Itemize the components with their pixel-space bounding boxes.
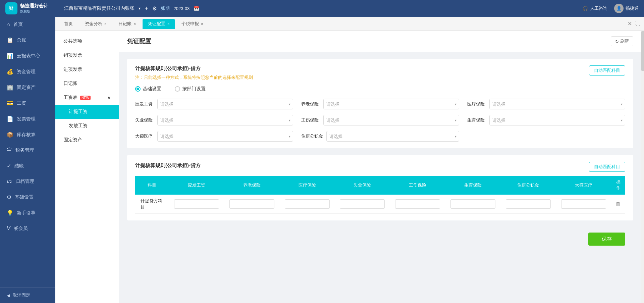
main-panel: 凭证配置 ↻ 刷新 计提核算规则(公司承担)-借方 注：只能选择一种方式，系统将… [119,31,641,303]
select-daeyiliao-wrapper: 请选择 ▾ [157,131,293,142]
avatar: 👤 [614,4,624,13]
sidebar-item-funds[interactable]: 💰 资金管理 [0,64,55,80]
home-icon: ⌂ [7,21,10,28]
sidebar-item-member[interactable]: V 畅会员 [0,221,55,236]
input-credit-daeyiliao[interactable] [561,199,606,209]
tab-voucher-config[interactable]: 凭证配置 × [143,19,175,29]
radio-basic-settings[interactable]: 基础设置 [135,86,161,92]
sidebar-item-inventory[interactable]: 📦 库存核算 [0,127,55,143]
new-badge: NEW [80,96,91,100]
tab-fund-analysis-close[interactable]: × [104,22,106,26]
tab-voucher-config-close[interactable]: × [167,22,169,26]
select-yanglao[interactable]: 请选择 [323,99,459,109]
debit-section: 计提核算规则(公司承担)-借方 注：只能选择一种方式，系统将按照您当前的选择来配… [127,59,633,148]
radio-dept-settings[interactable]: 按部门设置 [175,86,206,92]
select-yanglao-wrapper: 请选择 ▾ [323,99,459,109]
form-row-yingfa: 应发工资 请选择 ▾ [135,99,293,109]
input-credit-shengyu[interactable] [450,199,495,209]
menu-payroll-table[interactable]: 工资表 NEW ∨ [55,91,119,105]
table-header-row: 科目 应发工资 养老保险 医疗保险 失业保险 工伤保险 生育保险 住房公积金 大… [135,176,625,195]
sidebar-item-salary-label: 工资 [17,100,26,106]
menu-public-options[interactable]: 公共选项 [55,34,119,48]
label-yiliao: 医疗保险 [467,101,486,107]
delete-row-icon[interactable]: 🗑 [615,201,621,207]
input-credit-shiye[interactable] [340,199,385,209]
select-shiye-wrapper: 请选择 ▾ [157,115,293,125]
debit-auto-match-button[interactable]: 自动匹配科目 [589,65,625,75]
select-yiliao[interactable]: 请选择 [489,99,625,109]
menu-accrual-salary[interactable]: 计提工资 [55,105,119,119]
label-daeyiliao: 大额医疗 [135,133,154,139]
consult-button[interactable]: 🎧 人工咨询 [583,5,607,11]
input-credit-gongshang[interactable] [395,199,440,209]
credit-auto-match-button[interactable]: 自动匹配科目 [589,162,625,172]
reports-icon: 📊 [7,53,13,59]
cancel-pin-button[interactable]: ◀ 取消固定 [0,287,55,303]
select-yingfa[interactable]: 请选择 [157,99,293,109]
sidebar-item-invoice[interactable]: 📄 发票管理 [0,111,55,127]
select-shiye[interactable]: 请选择 [157,115,293,125]
debit-section-title: 计提核算规则(公司承担)-借方 [135,65,253,72]
save-area: 保存 [127,227,633,251]
sidebar-item-archive[interactable]: 🗂 归档管理 [0,174,55,189]
sidebar-item-home-label: 首页 [13,21,23,28]
sidebar-item-fixed-assets-label: 固定资产 [17,85,36,91]
sidebar-item-reports[interactable]: 📊 云报表中心 [0,48,55,64]
select-shengyu[interactable]: 请选择 [489,115,625,125]
sidebar-item-settings[interactable]: ⚙ 基础设置 [0,189,55,205]
right-scrollbar[interactable] [641,31,644,303]
menu-payroll-table-area: 工资表 NEW [63,95,91,101]
tab-journal-label: 日记账 [118,21,131,27]
save-button[interactable]: 保存 [588,233,625,246]
gear-icon[interactable]: ⚙ [152,5,157,12]
sidebar-item-guide[interactable]: 💡 新手引导 [0,205,55,221]
input-credit-yiliao[interactable] [285,199,330,209]
select-gongjijin[interactable]: 请选择 [326,131,459,142]
menu-journal[interactable]: 日记账 [55,77,119,91]
user-area[interactable]: 👤 畅捷通 [614,4,639,13]
top-right: 🎧 人工咨询 👤 畅捷通 [583,4,639,13]
input-credit-yanglao[interactable] [229,199,274,209]
menu-fixed-assets[interactable]: 固定资产 [55,133,119,147]
input-credit-gongjijin[interactable] [506,199,551,209]
sidebar-item-fixed-assets[interactable]: 🏢 固定资产 [0,80,55,95]
tab-journal-close[interactable]: × [133,22,136,26]
add-button[interactable]: + [145,5,148,12]
tab-tax-return[interactable]: 个税申报 × [176,19,208,29]
sidebar-item-salary[interactable]: 💳 工资 [0,95,55,111]
refresh-button[interactable]: ↻ 刷新 [611,36,633,46]
member-icon: V [7,225,10,232]
select-gongshang[interactable]: 请选择 [323,115,459,125]
sidebar-item-member-label: 畅会员 [14,225,28,232]
menu-purchase-invoice[interactable]: 进项发票 [55,62,119,77]
menu-sales-invoice[interactable]: 销项发票 [55,48,119,62]
sidebar-item-tax[interactable]: 🏛 税务管理 [0,143,55,158]
close-window-icon[interactable]: ✕ [628,20,632,27]
input-credit-yingfa[interactable] [174,199,219,209]
menu-public-options-label: 公共选项 [63,38,82,44]
main-layout: ⌂ 首页 📋 总账 📊 云报表中心 💰 资金管理 🏢 固定资产 💳 工资 📄 发… [0,17,644,303]
sidebar-item-ledger-label: 总账 [17,37,26,43]
sidebar-item-guide-label: 新手引导 [17,210,36,216]
debit-form-grid: 应发工资 请选择 ▾ 养老保险 [135,99,625,142]
label-yanglao: 养老保险 [301,101,320,107]
sidebar-item-ledger[interactable]: 📋 总账 [0,32,55,48]
sidebar-item-close[interactable]: ✓ 结账 [0,158,55,174]
select-gongshang-wrapper: 请选择 ▾ [323,115,459,125]
radio-group: 基础设置 按部门设置 [135,86,625,92]
th-yiliao: 医疗保险 [279,176,335,195]
calendar-icon[interactable]: 📅 [194,6,199,11]
form-row-daeyiliao: 大额医疗 请选择 ▾ [135,131,293,142]
tab-fund-analysis[interactable]: 资金分析 × [79,19,112,29]
tab-tax-return-close[interactable]: × [201,22,203,26]
td-yiliao [279,195,335,214]
label-shengyu: 生育保险 [467,117,486,123]
menu-pay-salary[interactable]: 发放工资 [55,119,119,133]
select-daeyiliao[interactable]: 请选择 [157,131,293,142]
tab-home[interactable]: 首页 [59,19,78,29]
company-dropdown-icon[interactable]: ▾ [139,6,141,11]
tab-journal[interactable]: 日记账 × [113,19,141,29]
expand-window-icon[interactable]: ⛶ [635,20,641,27]
th-yingfa: 应发工资 [169,176,224,195]
sidebar-item-home[interactable]: ⌂ 首页 [0,17,55,32]
